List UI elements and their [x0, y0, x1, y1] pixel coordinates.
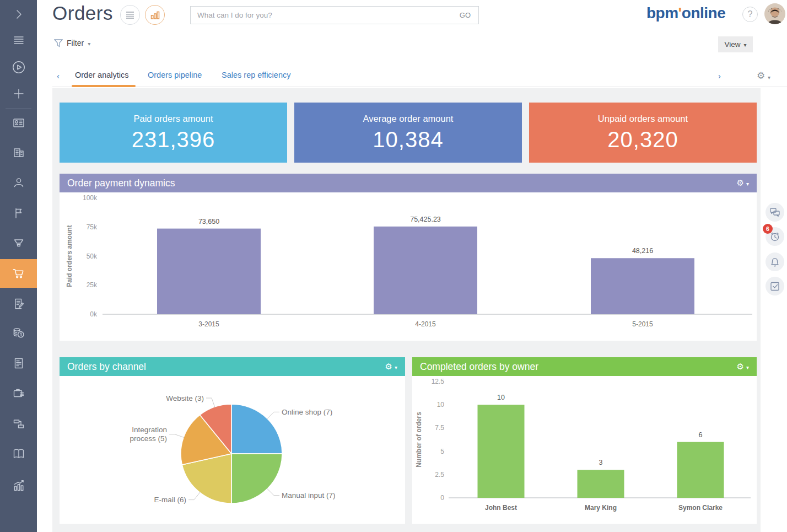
svg-text:3: 3 — [599, 459, 603, 466]
svg-text:5: 5 — [440, 448, 444, 455]
sidebar-item-accounts-structure[interactable] — [0, 109, 37, 137]
svg-text:75k: 75k — [87, 223, 98, 231]
completed-orders-by-owner-chart: 02.557.51012.5Number of orders10John Bes… — [412, 376, 757, 524]
kpi-label: Unpaid orders amount — [598, 114, 688, 124]
book-icon — [12, 447, 26, 461]
help-question-icon: ? — [748, 9, 753, 19]
svg-text:Integrationprocess (5): Integrationprocess (5) — [130, 426, 168, 443]
svg-text:73,650: 73,650 — [198, 218, 219, 225]
svg-text:Website (3): Website (3) — [166, 394, 204, 402]
orders-by-channel-pie-chart: Online shop (7)Manual input (7)E-mail (6… — [60, 376, 405, 523]
view-label: View — [724, 40, 740, 49]
flag-icon — [12, 206, 26, 221]
kpi-value: 10,384 — [373, 127, 443, 152]
sidebar-item-run-process[interactable] — [0, 53, 37, 82]
sidebar-item-contracts[interactable] — [0, 289, 37, 318]
plus-icon — [12, 87, 26, 101]
accounts-icon — [12, 146, 26, 160]
filter-button[interactable]: Filter ▾ — [54, 39, 90, 47]
panel-header: Completed orders by owner ⚙▾ — [412, 357, 757, 376]
tabs-scroll-right[interactable]: › — [718, 71, 721, 80]
svg-text:3-2015: 3-2015 — [198, 320, 219, 328]
sidebar-item-projects[interactable] — [0, 379, 37, 407]
sidebar-item-documents[interactable] — [0, 349, 37, 378]
kpi-label: Paid orders amount — [134, 114, 213, 124]
top-header: Orders GO bpm'online ? Filter ▾ View ▾ ‹… — [37, 0, 787, 88]
sidebar-item-expand[interactable] — [0, 0, 37, 29]
sidebar-item-contacts[interactable] — [0, 168, 37, 197]
accounts-structure-icon — [12, 116, 26, 130]
cart-icon — [11, 266, 26, 281]
view-button[interactable]: View ▾ — [718, 36, 753, 52]
filter-label: Filter — [67, 39, 84, 47]
panel-settings-gear[interactable]: ⚙▾ — [385, 362, 397, 372]
kpi-value: 231,396 — [132, 127, 215, 152]
svg-text:John Best: John Best — [485, 504, 517, 512]
panel-orders-by-channel: Orders by channel ⚙▾ Online shop (7)Manu… — [60, 357, 405, 524]
svg-text:2.5: 2.5 — [435, 471, 444, 479]
coins-icon — [11, 325, 26, 341]
svg-text:Symon Clarke: Symon Clarke — [678, 504, 723, 512]
sidebar-item-accounts[interactable] — [0, 138, 37, 167]
reminder-count-badge: 6 — [763, 224, 773, 234]
svg-text:75,425.23: 75,425.23 — [410, 216, 441, 223]
tabs-settings-gear[interactable]: ⚙ ▾ — [757, 70, 770, 82]
panel-header: Orders by channel ⚙▾ — [60, 357, 405, 376]
sidebar-item-add[interactable] — [0, 79, 37, 108]
sidebar-item-invoices[interactable] — [0, 319, 37, 347]
list-view-icon — [126, 10, 134, 19]
svg-text:12.5: 12.5 — [432, 378, 445, 385]
sidebar-item-orders[interactable] — [0, 259, 37, 288]
kpi-paid-orders-amount: Paid orders amount 231,396 — [60, 103, 287, 163]
svg-text:Manual input (7): Manual input (7) — [282, 491, 336, 499]
help-button[interactable]: ? — [742, 7, 758, 22]
panel-header: Order payment dynamics ⚙▾ — [60, 174, 757, 192]
tasks-button[interactable] — [766, 277, 784, 295]
svg-text:25k: 25k — [87, 281, 98, 289]
list-view-toggle-button[interactable] — [120, 5, 140, 25]
main-sidebar — [0, 0, 37, 532]
play-circle-icon — [11, 60, 26, 75]
kpi-unpaid-orders-amount: Unpaid orders amount 20,320 — [529, 103, 757, 163]
page-title: Orders — [52, 2, 113, 24]
panel-completed-orders-by-owner: Completed orders by owner ⚙▾ 02.557.5101… — [412, 357, 757, 524]
sidebar-item-activities[interactable] — [0, 199, 37, 228]
sidebar-item-menu[interactable] — [0, 26, 37, 55]
svg-text:50k: 50k — [87, 252, 98, 260]
sidebar-item-dashboards[interactable] — [0, 471, 37, 500]
dashboard-area: Paid orders amount 231,396 Average order… — [52, 88, 761, 532]
user-avatar[interactable] — [764, 3, 785, 24]
avatar-photo — [764, 3, 785, 24]
kpi-label: Average order amount — [363, 114, 454, 124]
panel-settings-gear[interactable]: ⚙▾ — [737, 362, 749, 372]
analytics-view-toggle-button[interactable] — [145, 5, 165, 25]
task-check-icon — [769, 281, 780, 292]
svg-text:10: 10 — [497, 394, 505, 401]
svg-text:Online shop (7): Online shop (7) — [282, 408, 332, 416]
panel-settings-gear[interactable]: ⚙▾ — [737, 178, 749, 188]
kpi-average-order-amount: Average order amount 10,384 — [294, 103, 522, 163]
messages-button[interactable] — [766, 203, 784, 222]
logo-part1: bpm — [646, 4, 678, 22]
notifications-button[interactable] — [766, 252, 784, 271]
panel-order-payment-dynamics: Order payment dynamics ⚙▾ 0k25k50k75k100… — [60, 174, 757, 341]
panel-title: Orders by channel — [67, 361, 146, 373]
alarm-clock-icon — [769, 231, 780, 242]
svg-text:6: 6 — [699, 431, 703, 439]
command-line: GO — [190, 6, 479, 24]
bpmonline-logo: bpm'online — [646, 4, 725, 22]
svg-text:Mary King: Mary King — [585, 504, 617, 512]
tabs-scroll-left[interactable]: ‹ — [57, 71, 60, 80]
tab-order-analytics[interactable]: Order analytics — [75, 71, 129, 79]
sidebar-item-leads[interactable] — [0, 229, 37, 257]
search-input[interactable] — [191, 11, 452, 19]
go-button[interactable]: GO — [452, 11, 478, 19]
tab-sales-rep-efficiency[interactable]: Sales rep efficiency — [222, 71, 290, 79]
sidebar-item-processes[interactable] — [0, 410, 37, 438]
panel-title: Completed orders by owner — [420, 361, 538, 373]
tab-orders-pipeline[interactable]: Orders pipeline — [148, 71, 202, 79]
logo-part2: online — [682, 4, 725, 22]
svg-text:0: 0 — [440, 494, 444, 502]
sidebar-item-knowledge-base[interactable] — [0, 439, 37, 468]
briefcase-icon — [12, 386, 26, 400]
